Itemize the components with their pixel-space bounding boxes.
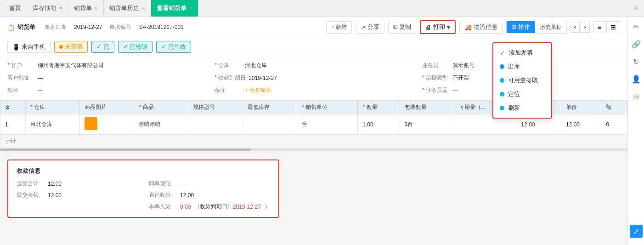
form-title: 销货单: [17, 23, 35, 31]
sidebar-edit-icon[interactable]: ✏: [630, 20, 643, 33]
ticket-value: 不开票: [452, 74, 469, 82]
col-pack-qty: 包装数量: [400, 101, 454, 114]
tab-view-sales-close[interactable]: ×: [189, 5, 192, 11]
row-pack-qty: 1台: [400, 114, 454, 135]
staff-value: —: [452, 87, 458, 94]
operate-tab-group: ⊞ 操作 历史单据: [506, 21, 566, 34]
tab-bar: 首页 库存期初 × 销货单 × 销货单历史 × 查看销货单 × ×: [0, 0, 644, 17]
logistics-button[interactable]: 🚚 物流信息: [459, 21, 503, 34]
history-tab[interactable]: 历史单据: [535, 22, 566, 33]
cumulative-row: 累计收款 12.00: [149, 191, 270, 199]
dropdown-add-invoice[interactable]: ✓ 添加发票: [493, 46, 551, 60]
sidebar-user-icon[interactable]: 👤: [630, 73, 643, 85]
col-product-img: 商品图片: [80, 101, 134, 114]
share-button[interactable]: ↗ 分享: [356, 21, 384, 34]
subtotal-label: 小计: [0, 135, 627, 148]
product-image: [85, 117, 97, 130]
effective-badge[interactable]: ✓ 已生效: [156, 41, 191, 53]
address-value: —: [38, 75, 43, 81]
from-phone-button[interactable]: 📱 来自手机: [7, 41, 51, 53]
payment-date-value: 2019-12-27: [249, 75, 277, 81]
deal-label: 成交金额: [17, 191, 44, 199]
list-view-button[interactable]: ≡: [593, 21, 605, 33]
form-title-icon: 📋: [7, 24, 15, 31]
add-remark-button[interactable]: + 添加备注: [245, 86, 271, 94]
print-button[interactable]: 🖨 打印 ▾: [420, 20, 456, 34]
tab-sales-history[interactable]: 销货单历史 ×: [104, 0, 151, 17]
cumulative-value: 12.00: [180, 192, 194, 199]
sidebar-link-icon[interactable]: 🔗: [630, 38, 643, 51]
same-order-row: 同单现结 —: [149, 180, 270, 188]
dropdown-outbound[interactable]: 出库: [493, 60, 551, 74]
row-qty: 1.00: [358, 114, 400, 135]
tab-inventory-close[interactable]: ×: [59, 5, 62, 11]
due-label: （收款到期日:: [194, 203, 229, 211]
tab-sales[interactable]: 销货单 ×: [68, 0, 104, 17]
confirm-badge[interactable]: ✓ 已: [91, 41, 114, 53]
tab-home[interactable]: 首页: [4, 0, 27, 17]
staff-label: 业务员盂: [422, 86, 450, 94]
add-invoice-label: 添加发票: [509, 49, 533, 57]
col-spec: 规格型号: [188, 101, 243, 114]
badge-dot-icon: [59, 45, 63, 49]
new-button[interactable]: + 新增: [326, 21, 352, 34]
view-toggle: ≡ ⊞: [593, 21, 620, 33]
operate-tab[interactable]: ⊞ 操作: [507, 21, 535, 33]
warehouse-field: 仓库 河北仓库: [215, 62, 412, 69]
sidebar-table-icon[interactable]: ⊞: [630, 90, 643, 103]
owed-row: 本单欠款 0.00 （收款到期日: 2019-12-27 ）: [149, 203, 270, 211]
col-setting[interactable]: ⚙: [0, 101, 26, 114]
date-value: 2019-12-27: [74, 24, 102, 30]
add-invoice-check-icon: ✓: [500, 49, 505, 57]
available-qty-label: 可用量提取: [508, 76, 538, 85]
row-spec: [188, 114, 243, 135]
project-label: 项目: [7, 86, 35, 94]
number-label: 单据编号: [109, 23, 131, 31]
grid-view-button[interactable]: ⊞: [606, 21, 620, 33]
dropdown-locate[interactable]: 定位: [493, 87, 551, 101]
total-label: 金额合计: [17, 180, 44, 188]
next-button[interactable]: ›: [581, 22, 590, 33]
tab-sales-close[interactable]: ×: [95, 5, 98, 11]
available-qty-dot-icon: [500, 78, 504, 83]
logistics-icon: 🚚: [464, 24, 472, 31]
customer-label: 客户: [7, 62, 35, 69]
print-dropdown-icon: ▾: [447, 24, 450, 31]
form-meta: 单据日期 2019-12-27 单据编号 SA-20191227-001: [45, 23, 184, 31]
copy-button[interactable]: ⧉ 复制: [388, 21, 416, 34]
same-order-label: 同单现结: [149, 180, 176, 188]
customer-field: 客户 柳州粤港平安气体有限公司: [7, 62, 205, 69]
col-warehouse: * 仓库: [25, 101, 79, 114]
total-row: 金额合计 12.00: [17, 180, 138, 188]
window-close-button[interactable]: ×: [634, 4, 638, 12]
tab-inventory[interactable]: 库存期初 ×: [27, 0, 68, 17]
sidebar-expand-icon[interactable]: ⤢: [630, 225, 643, 226]
salesperson-label: 业务员: [422, 62, 450, 69]
sidebar-refresh-icon[interactable]: ↻: [630, 55, 643, 68]
row-product-img: [80, 114, 134, 135]
total-value: 12.00: [48, 181, 62, 187]
tab-view-sales[interactable]: 查看销货单 ×: [151, 0, 198, 17]
phone-icon: 📱: [12, 44, 20, 51]
owed-value: 0.00: [180, 204, 191, 210]
not-open-badge[interactable]: 未开票: [54, 41, 88, 53]
row-unit-price: 12.00: [561, 114, 601, 135]
row-warehouse: 河北仓库: [25, 114, 79, 135]
col-unit-price: 单价: [561, 101, 601, 114]
dropdown-available-qty[interactable]: 可用量提取: [493, 74, 551, 87]
prev-button[interactable]: ‹: [571, 22, 580, 33]
payment-section: 收款信息 金额合计 12.00 同单现结 — 成交金额 12.00: [7, 160, 279, 218]
form-header: 📋 销货单 单据日期 2019-12-27 单据编号 SA-20191227-0…: [0, 17, 627, 38]
cancelled-badge[interactable]: ✓ 已核销: [118, 41, 153, 53]
row-unit: 台: [297, 114, 358, 135]
deal-value: 12.00: [48, 192, 62, 199]
same-order-value: —: [180, 181, 186, 187]
payment-date-label: 收款到期日: [215, 74, 246, 82]
tab-sales-history-close[interactable]: ×: [142, 5, 145, 11]
warehouse-value: 河北仓库: [245, 62, 267, 69]
number-value: SA-20191227-001: [139, 24, 183, 30]
share-icon: ↗: [361, 24, 366, 31]
dropdown-refresh[interactable]: 刷新: [493, 101, 551, 115]
col-product: * 商品: [134, 101, 188, 114]
remark-field: 备注 + 添加备注: [215, 86, 412, 94]
